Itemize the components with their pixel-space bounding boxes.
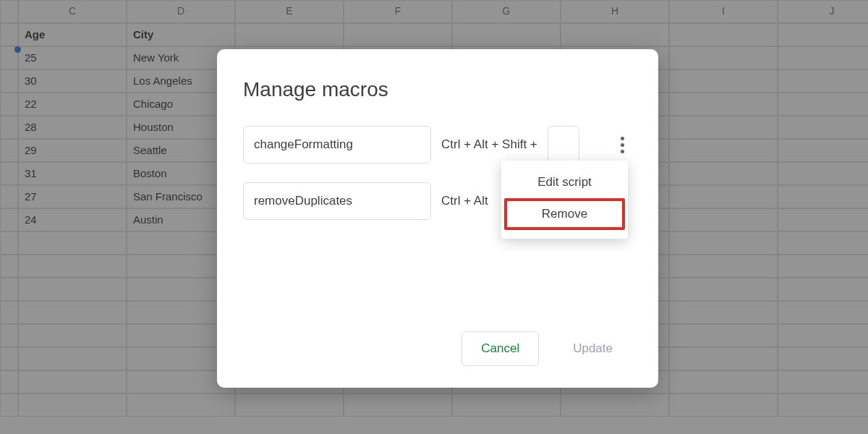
macro-row: changeFormatting Ctrl + Alt + Shift + [243,126,632,163]
more-options-button[interactable] [612,130,632,159]
remove-menu-item[interactable]: Remove [504,198,625,230]
shortcut-prefix: Ctrl + Alt [441,194,488,208]
dialog-footer: Cancel Update [461,331,632,366]
dialog-title: Manage macros [243,78,632,101]
macro-options-dropdown: Edit script Remove [501,161,628,239]
macro-name-input[interactable]: removeDuplicates [243,182,431,220]
macro-name-input[interactable]: changeFormatting [243,126,431,163]
cancel-button[interactable]: Cancel [461,331,539,366]
more-vertical-icon [621,137,624,140]
shortcut-prefix: Ctrl + Alt + Shift + [441,137,537,152]
shortcut-key-input[interactable] [548,126,579,163]
update-button[interactable]: Update [553,331,632,366]
edit-script-menu-item[interactable]: Edit script [501,168,628,197]
